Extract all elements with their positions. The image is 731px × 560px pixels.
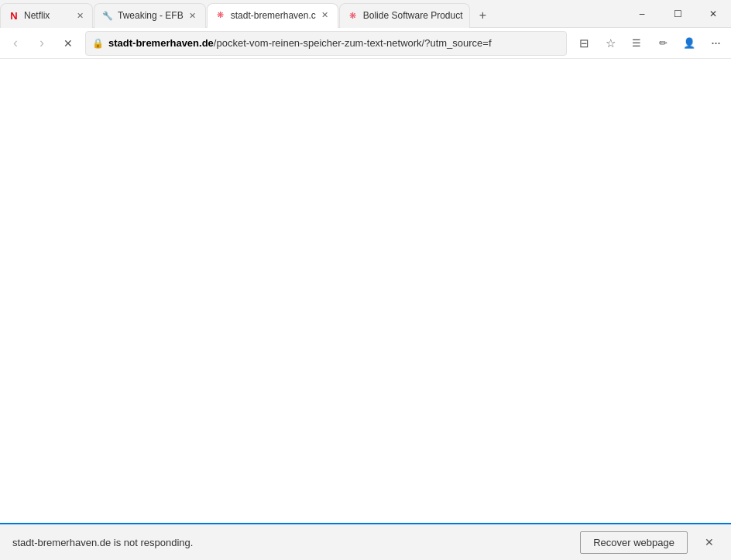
more-icon: ··· bbox=[711, 35, 720, 51]
address-domain: stadt-bremerhaven.de bbox=[108, 37, 214, 49]
navigation-bar: ‹ › ✕ 🔒 stadt-bremerhaven.de/pocket-vom-… bbox=[0, 28, 731, 59]
notification-close-button[interactable]: ✕ bbox=[700, 533, 719, 551]
tab-tweaking-label: Tweaking - EFB bbox=[118, 10, 184, 21]
profile-icon: 👤 bbox=[683, 37, 695, 49]
bolide-favicon-icon: ❋ bbox=[348, 10, 359, 21]
stop-button[interactable]: ✕ bbox=[56, 31, 81, 56]
page-content bbox=[0, 59, 731, 523]
address-path: /pocket-vom-reinen-speicher-zum-text-net… bbox=[214, 37, 492, 49]
minimize-button[interactable]: – bbox=[624, 0, 660, 28]
address-bar[interactable]: 🔒 stadt-bremerhaven.de/pocket-vom-reinen… bbox=[85, 31, 567, 56]
new-tab-button[interactable]: + bbox=[471, 3, 496, 28]
lock-icon: 🔒 bbox=[92, 38, 104, 49]
back-button[interactable]: ‹ bbox=[3, 31, 28, 56]
close-button[interactable]: ✕ bbox=[695, 0, 731, 28]
forward-button[interactable]: › bbox=[29, 31, 54, 56]
tab-tweaking-close-icon[interactable]: ✕ bbox=[187, 9, 199, 22]
tab-bolide[interactable]: ❋ Bolide Software Product bbox=[339, 3, 470, 28]
address-text: stadt-bremerhaven.de/pocket-vom-reinen-s… bbox=[108, 37, 560, 49]
notification-bar: stadt-bremerhaven.de is not responding. … bbox=[0, 523, 731, 560]
tab-netflix-close-icon[interactable]: ✕ bbox=[74, 9, 86, 22]
notification-message: stadt-bremerhaven.de is not responding. bbox=[12, 537, 568, 548]
more-button[interactable]: ··· bbox=[703, 31, 728, 56]
split-view-icon: ⊟ bbox=[579, 36, 589, 50]
tab-bolide-label: Bolide Software Product bbox=[363, 10, 463, 21]
favorites-button[interactable]: ☆ bbox=[598, 31, 623, 56]
collections-button[interactable]: ☰ bbox=[624, 31, 649, 56]
tab-netflix[interactable]: N Netflix ✕ bbox=[0, 3, 93, 28]
stop-icon: ✕ bbox=[63, 37, 73, 50]
profile-button[interactable]: 👤 bbox=[677, 31, 702, 56]
pen-icon: ✏ bbox=[659, 37, 668, 49]
notification-close-icon: ✕ bbox=[705, 536, 714, 548]
split-view-button[interactable]: ⊟ bbox=[571, 31, 596, 56]
pen-button[interactable]: ✏ bbox=[650, 31, 675, 56]
back-icon: ‹ bbox=[13, 35, 18, 51]
tab-tweaking[interactable]: 🔧 Tweaking - EFB ✕ bbox=[94, 3, 206, 28]
forward-icon: › bbox=[39, 35, 44, 51]
tab-bremerhaven[interactable]: ❋ stadt-bremerhaven.c ✕ bbox=[207, 3, 338, 28]
title-bar: N Netflix ✕ 🔧 Tweaking - EFB ✕ ❋ stadt-b… bbox=[0, 0, 731, 28]
favorites-icon: ☆ bbox=[606, 36, 616, 50]
tabs-area: N Netflix ✕ 🔧 Tweaking - EFB ✕ ❋ stadt-b… bbox=[0, 0, 624, 28]
tweaking-favicon-icon: 🔧 bbox=[102, 10, 113, 21]
bremerhaven-favicon-icon: ❋ bbox=[215, 10, 226, 21]
tab-netflix-label: Netflix bbox=[24, 10, 70, 21]
window-controls: – ☐ ✕ bbox=[624, 0, 731, 28]
recover-webpage-button[interactable]: Recover webpage bbox=[580, 531, 688, 554]
tab-bremerhaven-label: stadt-bremerhaven.c bbox=[231, 10, 316, 21]
tab-bremerhaven-close-icon[interactable]: ✕ bbox=[319, 9, 331, 22]
toolbar-right: ⊟ ☆ ☰ ✏ 👤 ··· bbox=[571, 31, 728, 56]
collections-icon: ☰ bbox=[632, 37, 641, 49]
maximize-button[interactable]: ☐ bbox=[660, 0, 695, 28]
netflix-favicon-icon: N bbox=[9, 10, 19, 21]
